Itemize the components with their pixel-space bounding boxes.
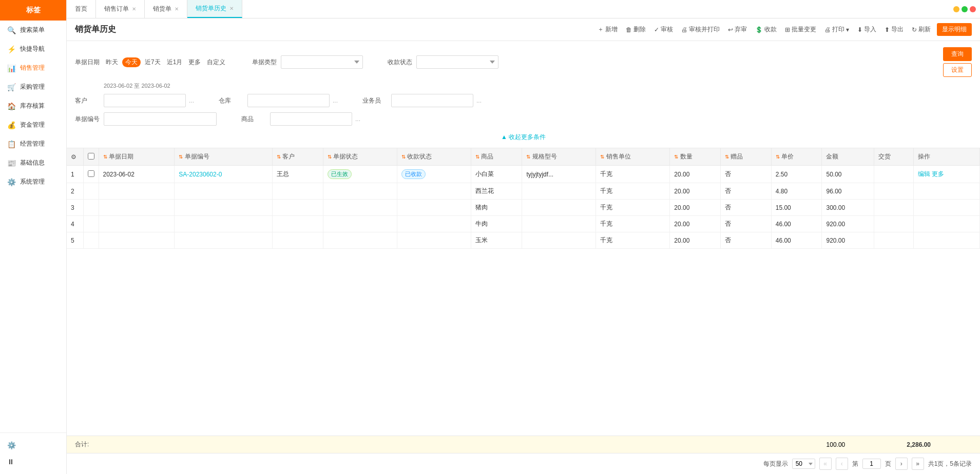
new-button[interactable]: ＋ 新增 bbox=[595, 24, 620, 35]
sidebar-item-quick-nav[interactable]: ⚡ 快捷导航 bbox=[0, 40, 66, 58]
goods-dots[interactable]: ... bbox=[355, 115, 360, 123]
print-button[interactable]: 🖨 打印 ▾ bbox=[822, 24, 851, 35]
filter-area: 单据日期 昨天 今天 近7天 近1月 更多 自定义 单据类型 bbox=[67, 41, 980, 148]
query-button[interactable]: 查询 bbox=[943, 47, 972, 61]
sidebar-item-sys-mgmt[interactable]: ⚙️ 系统管理 bbox=[0, 172, 66, 191]
sidebar-item-inventory[interactable]: 🏠 库存核算 bbox=[0, 96, 66, 115]
shortcut-7days[interactable]: 近7天 bbox=[143, 57, 163, 67]
print-dropdown-icon: ▾ bbox=[846, 26, 849, 33]
sidebar-bottom-toggle[interactable]: ⏸ bbox=[0, 453, 66, 470]
tab-sales-history[interactable]: 销货单历史 ✕ bbox=[187, 0, 242, 18]
col-doc-no[interactable]: ⇅ 单据编号 bbox=[175, 148, 273, 166]
col-doc-date[interactable]: ⇅ 单据日期 bbox=[99, 148, 175, 166]
export-label: 导出 bbox=[891, 25, 904, 34]
table-footer: 合计: 100.00 2,286.00 bbox=[67, 436, 980, 453]
action-link[interactable]: 更多 bbox=[932, 170, 944, 177]
row-checkbox[interactable] bbox=[88, 170, 94, 177]
sidebar-bottom-settings[interactable]: ⚙️ bbox=[0, 437, 66, 453]
page-content: 销货单历史 ＋ 新增 🗑 删除 ✓ 审核 🖨 审核并打印 bbox=[67, 18, 980, 474]
cell-amount: 50.00 bbox=[822, 166, 874, 183]
sidebar-item-basic-info[interactable]: 📰 基础信息 bbox=[0, 153, 66, 172]
doc-no-link[interactable]: SA-20230602-0 bbox=[179, 171, 222, 178]
window-close[interactable] bbox=[970, 6, 976, 12]
cell-gift: 否 bbox=[721, 216, 772, 232]
col-spec[interactable]: ⇅ 规格型号 bbox=[522, 148, 596, 166]
sidebar-logo: 标签 bbox=[0, 0, 66, 21]
col-unit-price[interactable]: ⇅ 单价 bbox=[771, 148, 822, 166]
select-all-checkbox[interactable] bbox=[88, 153, 94, 160]
tab-sales-history-close[interactable]: ✕ bbox=[229, 6, 234, 11]
delete-button[interactable]: 🗑 删除 bbox=[624, 24, 648, 35]
window-minimize[interactable] bbox=[953, 6, 959, 12]
audit-print-button[interactable]: 🖨 审核并打印 bbox=[679, 24, 722, 35]
cell-sales-unit: 千克 bbox=[596, 216, 670, 232]
shortcut-1month[interactable]: 近1月 bbox=[165, 57, 185, 67]
warehouse-input[interactable] bbox=[247, 94, 330, 107]
next-page-button[interactable]: › bbox=[895, 458, 908, 470]
goods-input[interactable] bbox=[270, 112, 352, 126]
first-page-button[interactable]: « bbox=[819, 458, 832, 470]
tab-home[interactable]: 首页 bbox=[67, 0, 96, 18]
col-doc-status[interactable]: ⇅ 单据状态 bbox=[323, 148, 397, 166]
page-input[interactable] bbox=[862, 459, 881, 469]
sidebar-item-sales-mgmt[interactable]: 📊 销售管理 bbox=[0, 58, 66, 77]
new-icon: ＋ bbox=[598, 25, 604, 34]
abandon-button[interactable]: ↩ 弃审 bbox=[726, 24, 749, 35]
doc-type-select[interactable] bbox=[281, 55, 363, 69]
shortcut-more[interactable]: 更多 bbox=[186, 57, 203, 67]
action-link[interactable]: 编辑 bbox=[918, 170, 930, 177]
export-button[interactable]: ⬆ 导出 bbox=[882, 24, 906, 35]
col-qty[interactable]: ⇅ 数量 bbox=[670, 148, 721, 166]
sidebar-item-finance[interactable]: 💰 资金管理 bbox=[0, 115, 66, 134]
audit-button[interactable]: ✓ 审核 bbox=[652, 24, 675, 35]
warehouse-dots[interactable]: ... bbox=[333, 97, 338, 104]
page-size-label: 每页显示 bbox=[763, 460, 788, 468]
refresh-button[interactable]: ↻ 刷新 bbox=[910, 24, 933, 35]
col-customer[interactable]: ⇅ 客户 bbox=[272, 148, 323, 166]
doc-no-input[interactable] bbox=[104, 112, 217, 126]
delete-label: 删除 bbox=[633, 25, 646, 34]
tab-sales-delivery-close[interactable]: ✕ bbox=[175, 6, 179, 12]
show-detail-button[interactable]: 显示明细 bbox=[937, 23, 972, 36]
customer-dots[interactable]: ... bbox=[189, 97, 194, 104]
salesperson-dots[interactable]: ... bbox=[476, 97, 482, 104]
set-button[interactable]: 设置 bbox=[943, 63, 972, 77]
page-size-select[interactable]: 50 10 20 100 bbox=[792, 459, 815, 469]
salesperson-input[interactable] bbox=[391, 94, 473, 107]
tab-sales-order[interactable]: 销售订单 ✕ bbox=[96, 0, 145, 18]
collapse-row[interactable]: ▲ 收起更多条件 bbox=[75, 131, 972, 142]
page-info-label: 第 bbox=[852, 460, 858, 468]
import-button[interactable]: ⬇ 导入 bbox=[855, 24, 878, 35]
sidebar-item-search-menu[interactable]: 🔍 搜索菜单 bbox=[0, 21, 66, 40]
cell-qty: 20.00 bbox=[670, 183, 721, 200]
payment-status-select[interactable] bbox=[416, 55, 498, 69]
cell-unit-price: 2.50 bbox=[771, 166, 822, 183]
pagination-bar: 每页显示 50 10 20 100 « ‹ 第 页 › » 共1页，5条记录 bbox=[67, 453, 980, 474]
shortcut-yesterday[interactable]: 昨天 bbox=[104, 57, 120, 67]
cell-gift: 否 bbox=[721, 232, 772, 249]
tab-sales-order-close[interactable]: ✕ bbox=[132, 6, 136, 12]
shortcut-today[interactable]: 今天 bbox=[122, 57, 141, 67]
salesperson-label: 业务员 bbox=[362, 96, 388, 105]
batch-change-button[interactable]: ⊞ 批量变更 bbox=[783, 24, 818, 35]
col-payment-status[interactable]: ⇅ 收款状态 bbox=[397, 148, 471, 166]
total-records: 共1页，5条记录 bbox=[928, 460, 972, 468]
cell-customer bbox=[272, 200, 323, 216]
last-page-button[interactable]: » bbox=[912, 458, 924, 470]
sidebar-item-operations[interactable]: 📋 经营管理 bbox=[0, 134, 66, 153]
customer-input[interactable] bbox=[104, 94, 186, 107]
prev-page-button[interactable]: ‹ bbox=[836, 458, 848, 470]
doc-no-label: 单据编号 bbox=[75, 115, 101, 124]
col-sales-unit[interactable]: ⇅ 销售单位 bbox=[596, 148, 670, 166]
col-gift[interactable]: ⇅ 赠品 bbox=[721, 148, 772, 166]
filter-doc-no: 单据编号 bbox=[75, 112, 217, 126]
cell-doc-date: 2023-06-02 bbox=[99, 166, 175, 183]
window-maximize[interactable] bbox=[962, 6, 968, 12]
tab-sales-delivery[interactable]: 销货单 ✕ bbox=[145, 0, 187, 18]
shortcut-custom[interactable]: 自定义 bbox=[205, 57, 227, 67]
collect-button[interactable]: 💲 收款 bbox=[753, 24, 779, 35]
col-goods[interactable]: ⇅ 商品 bbox=[471, 148, 522, 166]
show-detail-label: 显示明细 bbox=[942, 25, 967, 34]
col-settings[interactable]: ⚙ bbox=[67, 148, 83, 166]
sidebar-item-purchase-mgmt[interactable]: 🛒 采购管理 bbox=[0, 77, 66, 96]
